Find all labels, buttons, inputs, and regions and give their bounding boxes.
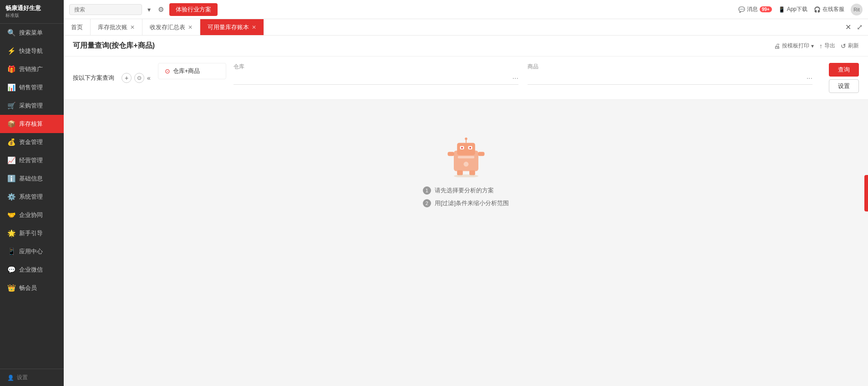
product-dots-btn[interactable]: ···: [807, 74, 812, 82]
empty-state: 1 请先选择要分析的方案 2 用[过滤]条件来缩小分析范围: [64, 100, 868, 244]
scheme-item-0[interactable]: ⊙ 仓库+商品: [158, 63, 226, 79]
filter-settings-btn[interactable]: 设置: [829, 79, 859, 93]
warehouse-dots-btn[interactable]: ···: [513, 74, 518, 82]
svg-rect-1: [457, 143, 475, 155]
app-download-icon: 📱: [778, 6, 785, 13]
sidebar: 畅康通好生意 标准版 🔍 搜索菜单 ⚡ 快捷导航 🎁 营销推广 📊 销售管理 🛒…: [0, 0, 64, 386]
sidebar-label-0: 搜索菜单: [19, 29, 43, 37]
warehouse-input[interactable]: [233, 75, 511, 82]
sidebar-label-9: 系统管理: [19, 193, 43, 201]
warehouse-filter-field: 仓库 ···: [233, 63, 518, 85]
svg-rect-9: [469, 170, 475, 175]
hint-num-1: 1: [423, 186, 431, 195]
sidebar-item-资金管理[interactable]: 💰 资金管理: [0, 133, 64, 151]
svg-rect-10: [447, 152, 454, 156]
app-download-item[interactable]: 📱 App下载: [778, 5, 807, 13]
filter-actions-right: 查询 设置: [829, 63, 859, 93]
query-btn[interactable]: 查询: [829, 63, 859, 77]
tabs-actions: ✕ ⤢: [840, 21, 868, 33]
scheme-icon-0: ⊙: [165, 67, 170, 75]
sidebar-icon-8: ℹ️: [7, 175, 15, 183]
filter-collapse-btn[interactable]: «: [147, 74, 151, 82]
print-label: 按模板打印: [782, 42, 809, 50]
sidebar-item-畅会员[interactable]: 👑 畅会员: [0, 279, 64, 297]
tab-close-1[interactable]: ✕: [130, 24, 135, 31]
right-scroll-indicator: [864, 175, 868, 211]
export-label: 导出: [824, 42, 835, 50]
hint-num-2: 2: [423, 199, 431, 207]
avatar-text: Rit: [853, 7, 859, 12]
close-tab-btn[interactable]: ✕: [843, 21, 853, 33]
tab-2[interactable]: 收发存汇总表✕: [142, 19, 200, 36]
filter-manage-btn[interactable]: ⊙: [134, 73, 144, 83]
avatar: Rit: [851, 4, 863, 15]
sidebar-item-应用中心[interactable]: 📱 应用中心: [0, 242, 64, 261]
hint-text-1: 请先选择要分析的方案: [435, 186, 494, 195]
sidebar-icon-0: 🔍: [7, 29, 15, 37]
sidebar-bottom: 👤 设置: [0, 369, 64, 386]
sidebar-item-系统管理[interactable]: ⚙️ 系统管理: [0, 188, 64, 206]
sidebar-icon-13: 💬: [7, 266, 15, 274]
sidebar-item-新手引导[interactable]: 🌟 新手引导: [0, 224, 64, 242]
sidebar-item-快捷导航[interactable]: ⚡ 快捷导航: [0, 42, 64, 60]
sidebar-item-营销推广[interactable]: 🎁 营销推广: [0, 60, 64, 78]
sidebar-icon-14: 👑: [7, 284, 15, 292]
expand-tab-btn[interactable]: ⤢: [855, 21, 864, 33]
main-area: ▾ ⚙ 体验行业方案 💬 消息 99+ 📱 App下载 🎧 在线客服 Rit: [64, 0, 868, 386]
tab-close-2[interactable]: ✕: [188, 24, 193, 31]
svg-point-13: [463, 162, 468, 167]
tab-label-1: 库存批次账: [98, 23, 127, 31]
tab-1[interactable]: 库存批次账✕: [91, 19, 142, 36]
sidebar-label-13: 企业微信: [19, 266, 43, 274]
online-service-item[interactable]: 🎧 在线客服: [814, 5, 844, 13]
svg-point-7: [465, 138, 467, 140]
message-badge: 99+: [760, 6, 772, 12]
industry-btn[interactable]: 体验行业方案: [169, 3, 218, 16]
sidebar-item-基础信息[interactable]: ℹ️ 基础信息: [0, 170, 64, 188]
scheme-label-0: 仓库+商品: [173, 67, 200, 75]
sidebar-icon-3: 📊: [7, 83, 15, 92]
sidebar-icon-1: ⚡: [7, 47, 15, 55]
refresh-btn[interactable]: ↺ 刷新: [841, 42, 859, 50]
sidebar-icon-5: 📦: [7, 120, 15, 128]
search-dropdown-btn[interactable]: ▾: [146, 4, 152, 15]
sidebar-item-库存核算[interactable]: 📦 库存核算: [0, 115, 64, 133]
message-item[interactable]: 💬 消息 99+: [738, 5, 772, 13]
sidebar-label-3: 销售管理: [19, 83, 43, 92]
sidebar-item-采购管理[interactable]: 🛒 采购管理: [0, 97, 64, 115]
user-item[interactable]: Rit: [851, 4, 863, 15]
filter-add-btn[interactable]: +: [122, 73, 132, 83]
topbar-right: 💬 消息 99+ 📱 App下载 🎧 在线客服 Rit: [738, 4, 863, 15]
filter-row: 按以下方案查询 + ⊙ « ⊙ 仓库+商品 仓库: [73, 63, 859, 93]
sidebar-label-14: 畅会员: [19, 284, 37, 292]
sidebar-icon-4: 🛒: [7, 102, 15, 110]
sidebar-label-4: 采购管理: [19, 102, 43, 110]
tab-close-3[interactable]: ✕: [252, 24, 256, 31]
headset-icon: 🎧: [814, 6, 821, 13]
svg-rect-12: [458, 156, 474, 158]
search-input[interactable]: [69, 4, 142, 15]
app-name: 畅康通好生意: [5, 5, 58, 12]
sidebar-label-5: 库存核算: [19, 120, 43, 128]
sidebar-label-7: 经营管理: [19, 156, 43, 165]
product-input[interactable]: [528, 75, 805, 82]
filter-scheme-label: 按以下方案查询: [73, 74, 114, 82]
svg-rect-11: [478, 152, 484, 156]
message-label: 消息: [747, 5, 758, 13]
sidebar-icon-7: 📈: [7, 156, 15, 165]
sidebar-item-企业微信[interactable]: 💬 企业微信: [0, 261, 64, 279]
settings-gear-btn[interactable]: ⚙: [156, 4, 166, 15]
sidebar-icon-9: ⚙️: [7, 193, 15, 201]
sidebar-icon-10: 🤝: [7, 211, 15, 219]
app-download-label: App下载: [787, 5, 807, 13]
sidebar-item-企业协同[interactable]: 🤝 企业协同: [0, 206, 64, 224]
hint-2: 2 用[过滤]条件来缩小分析范围: [423, 199, 509, 207]
filter-scheme-actions: + ⊙ «: [122, 73, 151, 83]
export-btn[interactable]: ↑ 导出: [819, 42, 835, 50]
sidebar-item-销售管理[interactable]: 📊 销售管理: [0, 78, 64, 97]
tab-3[interactable]: 可用量库存账本✕: [200, 19, 264, 36]
sidebar-item-经营管理[interactable]: 📈 经营管理: [0, 151, 64, 170]
print-btn[interactable]: 🖨 按模板打印 ▾: [774, 42, 814, 50]
tab-0[interactable]: 首页: [64, 19, 91, 36]
sidebar-item-搜索菜单[interactable]: 🔍 搜索菜单: [0, 24, 64, 42]
